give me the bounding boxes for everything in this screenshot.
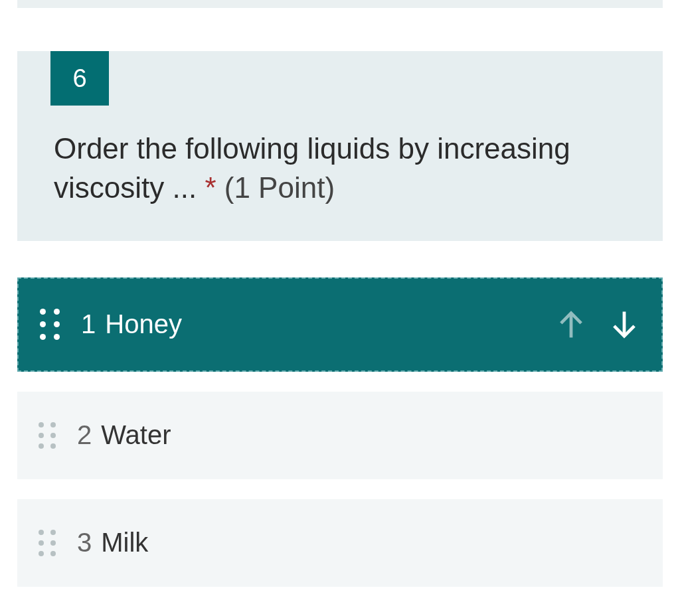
rank-position: 1 xyxy=(81,309,96,339)
question-points: (1 Point) xyxy=(224,171,335,204)
drag-handle-icon[interactable] xyxy=(39,530,56,556)
move-up-button[interactable] xyxy=(554,307,588,342)
required-asterisk: * xyxy=(205,171,216,204)
move-down-button[interactable] xyxy=(607,307,641,342)
reorder-controls xyxy=(554,307,641,342)
rank-label: Honey xyxy=(105,309,182,339)
rank-position: 2 xyxy=(77,420,92,450)
drag-handle-icon[interactable] xyxy=(40,309,60,340)
rank-item-1[interactable]: 1 Honey xyxy=(17,277,663,372)
question-text: Order the following liquids by increasin… xyxy=(17,106,663,208)
top-divider xyxy=(17,0,663,8)
rank-item-2[interactable]: 2 Water xyxy=(17,392,663,479)
question-number-badge: 6 xyxy=(50,51,109,106)
question-header: 6 Order the following liquids by increas… xyxy=(17,51,663,241)
rank-position: 3 xyxy=(77,528,92,558)
rank-item-3[interactable]: 3 Milk xyxy=(17,499,663,587)
ranking-list: 1 Honey 2 Water 3 Milk xyxy=(17,277,663,587)
rank-label: Milk xyxy=(101,528,148,558)
drag-handle-icon[interactable] xyxy=(39,422,56,449)
rank-label: Water xyxy=(101,420,171,450)
